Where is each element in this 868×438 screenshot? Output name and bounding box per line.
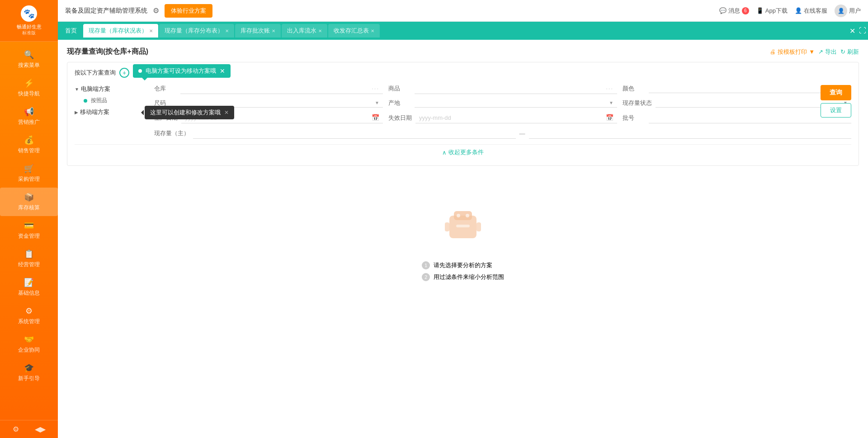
filter-row-2: 尺码 ▼ 产地 ▼ (154, 99, 851, 108)
phone-icon: 📱 (756, 7, 764, 14)
tab-home[interactable]: 首页 (60, 24, 82, 38)
stock-qty-from-input[interactable] (193, 128, 516, 139)
svg-rect-5 (445, 222, 449, 231)
sidebar-item-guide[interactable]: 🎓 新手引导 (0, 358, 58, 387)
filter-label: 按以下方案查询 (75, 69, 116, 77)
sidebar-logo: 🐾 畅通好生意 标准版 (0, 0, 58, 42)
online-service-item[interactable]: 👤 在线客服 (795, 7, 827, 15)
service-icon: 👤 (795, 7, 802, 14)
scheme-tree-panel: ▼ 电脑端方案 按照品 ▶ 移动端方案 (75, 83, 147, 142)
btn-template-print[interactable]: 🖨 按模板打印 ▼ (770, 48, 815, 56)
basic-icon: 📝 (24, 278, 34, 287)
pc-scheme-item[interactable]: ▼ 电脑端方案 (75, 83, 147, 95)
filter-item-goods: 商品 ··· (388, 83, 617, 94)
stock-qty-to-input[interactable] (529, 128, 852, 139)
tab-close-inout-flow[interactable]: ✕ (318, 28, 322, 33)
scheme-tooltip: 电脑方案可设为移动方案哦 ✕ (133, 64, 231, 78)
header-right: 💬 消息 6 📱 App下载 👤 在线客服 👤 用户 (719, 5, 861, 17)
prod-date-icon: 📅 (372, 114, 379, 121)
sidebar-item-basic[interactable]: 📝 基础信息 (0, 273, 58, 301)
pc-scheme-child[interactable]: 按照品 (75, 95, 147, 106)
search-menu-icon: 🔍 (24, 50, 34, 60)
logo-text: 畅通好生意 标准版 (17, 24, 42, 36)
sidebar-item-marketing[interactable]: 📢 营销推广 (0, 102, 58, 131)
warehouse-select[interactable]: ··· (180, 83, 383, 94)
industry-btn[interactable]: 体验行业方案 (165, 4, 212, 18)
system-icon: ⚙ (25, 306, 33, 316)
sidebar-item-inventory[interactable]: 📦 库存核算 (0, 188, 58, 216)
origin-select[interactable]: ▼ (415, 99, 617, 108)
top-header: 装备及固定资产辅助管理系统 ⚙ 体验行业方案 💬 消息 6 📱 App下载 👤 … (58, 0, 868, 22)
mobile-scheme-label: 移动端方案 (80, 108, 109, 116)
btn-setup[interactable]: 设置 (821, 103, 851, 118)
sidebar-item-operation[interactable]: 📋 经营管理 (0, 245, 58, 273)
inventory-icon: 📦 (24, 192, 34, 202)
scheme-node-dot (84, 99, 87, 103)
user-avatar: 👤 (835, 5, 847, 17)
tab-close-receipt-summary[interactable]: ✕ (371, 28, 374, 33)
tab-receipt-summary[interactable]: 收发存汇总表 ✕ (328, 24, 380, 38)
svg-point-2 (457, 214, 460, 217)
page-title: 现存量查询(按仓库+商品) (67, 47, 148, 57)
collapse-sidebar-icon[interactable]: ◀▶ (35, 425, 46, 433)
filter-body: ▼ 电脑端方案 按照品 ▶ 移动端方案 (75, 83, 851, 142)
tab-close-inventory-status[interactable]: ✕ (149, 28, 153, 33)
finance-icon: 💳 (24, 221, 34, 231)
mobile-scheme-item[interactable]: ▶ 移动端方案 (75, 106, 147, 118)
empty-step-2-text: 用过滤条件来缩小分析范围 (434, 273, 504, 281)
marketing-icon: 📢 (24, 107, 34, 117)
sidebar-item-finance[interactable]: 💳 资金管理 (0, 216, 58, 245)
mobile-scheme-arrow[interactable]: ▶ (75, 110, 78, 115)
settings-bottom-icon[interactable]: ⚙ (13, 425, 19, 433)
btn-export[interactable]: ↗ 导出 (818, 48, 837, 56)
edit-tooltip-close[interactable]: ✕ (224, 109, 229, 116)
pc-scheme-arrow[interactable]: ▼ (75, 87, 79, 92)
header-settings-icon[interactable]: ⚙ (153, 6, 159, 15)
enterprise-icon: 🤝 (24, 334, 34, 344)
exp-date-input[interactable]: yyyy-mm-dd 📅 (415, 112, 617, 123)
message-icon: 💬 (719, 7, 726, 14)
sidebar-item-purchase[interactable]: 🛒 采购管理 (0, 159, 58, 188)
tab-close-batch-account[interactable]: ✕ (272, 28, 275, 33)
sidebar-item-system[interactable]: ⚙ 系统管理 (0, 301, 58, 330)
empty-step-1-text: 请先选择要分析的方案 (434, 261, 492, 269)
pc-scheme-label: 电脑端方案 (81, 85, 110, 93)
range-dash: — (519, 130, 525, 137)
header-left: 装备及固定资产辅助管理系统 ⚙ 体验行业方案 (65, 4, 212, 18)
tab-inventory-status[interactable]: 现存量（库存状况表） ✕ (83, 24, 158, 38)
filter-item-color: 颜色 ▼ (623, 84, 851, 93)
tab-inout-flow[interactable]: 出入库流水 ✕ (282, 24, 327, 38)
btn-refresh[interactable]: ↻ 刷新 (840, 48, 859, 56)
sidebar-item-quick-nav[interactable]: ⚡ 快捷导航 (0, 74, 58, 102)
svg-point-3 (466, 214, 469, 217)
page-inner: 现存量查询(按仓库+商品) 🖨 按模板打印 ▼ ↗ 导出 ↻ 刷新 (58, 40, 868, 438)
collapse-btn[interactable]: ∧ 收起更多条件 (442, 148, 484, 156)
filter-add-btn[interactable]: + (119, 68, 129, 78)
filter-area: 按以下方案查询 + ✎ 电脑方案可设为移动方案哦 ✕ « (67, 62, 859, 166)
goods-dots: ··· (606, 85, 613, 92)
sidebar-item-search-menu[interactable]: 🔍 搜索菜单 (0, 45, 58, 74)
btn-search-main[interactable]: 查询 (821, 85, 851, 100)
collapse-row: ∧ 收起更多条件 (75, 144, 851, 160)
empty-step-2: 2 用过滤条件来缩小分析范围 (422, 273, 504, 281)
sidebar-item-sales[interactable]: 💰 销售管理 (0, 131, 58, 159)
tab-batch-account[interactable]: 库存批次账 ✕ (235, 24, 281, 38)
refresh-icon: ↻ (840, 48, 845, 55)
system-title: 装备及固定资产辅助管理系统 (65, 7, 147, 15)
empty-state: 1 请先选择要分析的方案 2 用过滤条件来缩小分析范围 (67, 166, 859, 317)
action-buttons: 查询 设置 (821, 85, 851, 118)
sidebar-item-enterprise[interactable]: 🤝 企业协同 (0, 330, 58, 358)
tab-close-inventory-dist[interactable]: ✕ (225, 28, 229, 33)
user-item[interactable]: 👤 用户 (835, 5, 861, 17)
filter-header: 按以下方案查询 + ✎ 电脑方案可设为移动方案哦 ✕ « (75, 68, 851, 78)
message-badge: 6 (742, 7, 749, 14)
scheme-tooltip-close[interactable]: ✕ (220, 67, 225, 75)
step-num-1: 1 (422, 261, 430, 269)
step-num-2: 2 (422, 273, 430, 281)
goods-select[interactable]: ··· (415, 83, 617, 94)
tab-fullscreen-icon[interactable]: ⛶ (859, 27, 866, 35)
tab-close-all-icon[interactable]: ✕ (849, 27, 855, 35)
message-item[interactable]: 💬 消息 6 (719, 7, 749, 15)
app-download-item[interactable]: 📱 App下载 (756, 7, 788, 15)
tab-inventory-dist[interactable]: 现存量（库存分布表） ✕ (159, 24, 234, 38)
